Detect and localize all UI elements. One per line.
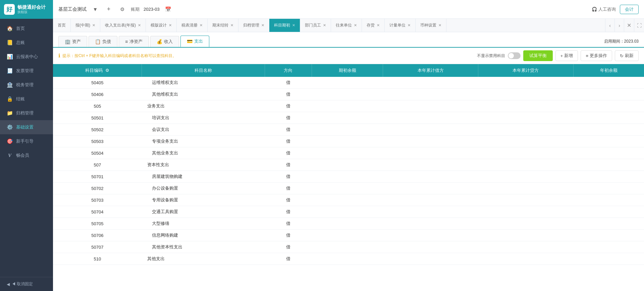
table-row[interactable]: 50705大型修缮借 bbox=[53, 218, 644, 230]
cell-direction: 借 bbox=[265, 100, 312, 112]
tab-close-icon[interactable]: ✕ bbox=[408, 23, 411, 28]
tab-close-icon[interactable]: ✕ bbox=[292, 23, 295, 28]
table-row[interactable]: 505业务支出借 bbox=[53, 100, 644, 112]
table-row[interactable]: 50406其他维权支出借 bbox=[53, 89, 644, 100]
sidebar-item-member[interactable]: V 畅会员 bbox=[0, 148, 53, 162]
cell-ytd-credit bbox=[478, 194, 574, 206]
col-opening: 期初余额 bbox=[312, 64, 383, 77]
cell-ytd-debit bbox=[383, 89, 478, 100]
sub-tab-income[interactable]: 💰 收入 bbox=[150, 36, 179, 47]
tab-counterparty[interactable]: 往来单位 ✕ bbox=[331, 19, 362, 32]
sub-tab-expense[interactable]: 💳 支出 bbox=[180, 36, 209, 47]
tab-close-icon[interactable]: ✕ bbox=[261, 23, 264, 28]
help-button[interactable]: 🎧 人工咨询 bbox=[592, 6, 616, 12]
table-row[interactable]: 50702办公设备购置借 bbox=[53, 183, 644, 194]
company-name: 基层工会测试 bbox=[58, 6, 87, 12]
tab-close-icon[interactable]: ✕ bbox=[92, 23, 95, 28]
sub-tab-liability[interactable]: 📋 负债 bbox=[89, 36, 117, 47]
table-row[interactable]: 507资本性支出借 bbox=[53, 159, 644, 171]
refresh-button[interactable]: ↻ 刷新 bbox=[615, 50, 639, 61]
table-row[interactable]: 50707其他资本性支出借 bbox=[53, 241, 644, 253]
cell-beginning bbox=[573, 100, 644, 112]
tab-period-close[interactable]: 期末结转 ✕ bbox=[208, 19, 238, 32]
cell-code: 50405 bbox=[53, 77, 142, 89]
new-button[interactable]: + 新增 bbox=[555, 50, 578, 61]
add-tab-button[interactable]: + bbox=[104, 5, 113, 14]
tab-archive[interactable]: 归档管理 ✕ bbox=[238, 19, 269, 32]
tab-close-icon[interactable]: ✕ bbox=[377, 23, 380, 28]
invoice-icon: 🧾 bbox=[7, 68, 13, 74]
sidebar-item-settings[interactable]: ⚙️ 基础设置 bbox=[0, 120, 53, 134]
content-area: 🏢 资产 📋 负债 ≡ 净资产 💰 收入 💳 支出 启用期间：2023.03 bbox=[53, 32, 644, 291]
cell-ytd-credit bbox=[478, 147, 574, 159]
table-row[interactable]: 50501培训支出借 bbox=[53, 112, 644, 124]
tab-close-all-button[interactable]: ✕ bbox=[624, 19, 634, 32]
sidebar-item-archive[interactable]: 📁 归档管理 bbox=[0, 106, 53, 120]
cell-ytd-credit bbox=[478, 171, 574, 183]
disable-toggle[interactable] bbox=[508, 52, 521, 59]
gear-icon[interactable]: ⚙ bbox=[105, 68, 109, 73]
sidebar-item-ledger[interactable]: 📒 总账 bbox=[0, 36, 53, 50]
tab-home[interactable]: 首页 bbox=[53, 19, 71, 32]
tab-close-icon[interactable]: ✕ bbox=[169, 23, 172, 28]
tab-expand-button[interactable]: ⛶ bbox=[634, 19, 644, 32]
sidebar-item-home[interactable]: 🏠 首页 bbox=[0, 21, 53, 36]
tab-unit[interactable]: 计量单位 ✕ bbox=[385, 19, 416, 32]
tab-scroll-left-button[interactable]: ‹ bbox=[605, 19, 614, 32]
tab-tax[interactable]: 税表清册 ✕ bbox=[177, 19, 208, 32]
sidebar-item-reports[interactable]: 📊 云报表中心 bbox=[0, 50, 53, 64]
calendar-icon[interactable]: 📅 bbox=[164, 5, 173, 14]
cell-ytd-credit bbox=[478, 206, 574, 218]
table-row[interactable]: 50701房屋建筑物购建借 bbox=[53, 171, 644, 183]
sidebar-item-invoice[interactable]: 🧾 发票管理 bbox=[0, 64, 53, 78]
settings-gear-button[interactable]: ⚙ bbox=[117, 5, 127, 14]
sub-tab-asset[interactable]: 🏢 资产 bbox=[58, 36, 87, 47]
account-button[interactable]: 会计 bbox=[620, 5, 639, 14]
sidebar-pin-toggle[interactable]: ◀ ◀ 取消固定 bbox=[0, 277, 53, 291]
cell-name: 其他业务支出 bbox=[142, 147, 265, 159]
sidebar-nav: 🏠 首页 📒 总账 📊 云报表中心 🧾 发票管理 🏦 税务管理 🔒 结账 📁 归… bbox=[0, 19, 53, 277]
tab-currency[interactable]: 币种设置 ✕ bbox=[416, 19, 446, 32]
tab-scroll-right-button[interactable]: › bbox=[614, 19, 624, 32]
tab-template[interactable]: 模版设计 ✕ bbox=[146, 19, 177, 32]
table-row[interactable]: 50703专用设备购置借 bbox=[53, 194, 644, 206]
tab-close-icon[interactable]: ✕ bbox=[354, 23, 357, 28]
tab-income-annual[interactable]: 收入支出表(年报) ✕ bbox=[100, 19, 146, 32]
table-row[interactable]: 50502会议支出借 bbox=[53, 124, 644, 136]
sub-tab-net-asset[interactable]: ≡ 净资产 bbox=[119, 36, 149, 47]
tab-close-icon[interactable]: ✕ bbox=[230, 23, 233, 28]
cell-code: 50706 bbox=[53, 230, 142, 241]
table-row[interactable]: 50704交通工具购置借 bbox=[53, 206, 644, 218]
tab-close-icon[interactable]: ✕ bbox=[200, 23, 203, 28]
tab-close-icon[interactable]: ✕ bbox=[323, 23, 326, 28]
table-row[interactable]: 50503专项业务支出借 bbox=[53, 136, 644, 147]
cell-name: 培训支出 bbox=[142, 112, 265, 124]
sidebar-logo: 好 畅捷通好会计 旗舰版 bbox=[0, 0, 53, 19]
table-row[interactable]: 510其他支出借 bbox=[53, 253, 644, 265]
table-row[interactable]: 50706信息网络购建借 bbox=[53, 230, 644, 241]
hint-text: 提示：按Ctrl + F键并输入科目编码或者科目名称可以查找科目。 bbox=[62, 53, 176, 59]
tab-close-icon[interactable]: ✕ bbox=[438, 23, 441, 28]
sidebar-item-tax[interactable]: 🏦 税务管理 bbox=[0, 78, 53, 92]
table-row[interactable]: 50504其他业务支出借 bbox=[53, 147, 644, 159]
cell-direction: 借 bbox=[265, 159, 312, 171]
cell-beginning bbox=[573, 136, 644, 147]
net-asset-icon: ≡ bbox=[125, 39, 128, 44]
cell-ytd-debit bbox=[383, 241, 478, 253]
cell-opening bbox=[312, 253, 383, 265]
balance-button[interactable]: 试算平衡 bbox=[523, 50, 553, 61]
tab-close-icon[interactable]: ✕ bbox=[138, 23, 141, 28]
table-row[interactable]: 50405运维维权支出借 bbox=[53, 77, 644, 89]
dropdown-icon[interactable]: ▼ bbox=[91, 5, 100, 14]
tab-subject-init[interactable]: 科目期初 ✕ bbox=[269, 19, 300, 32]
sidebar-item-close[interactable]: 🔒 结账 bbox=[0, 92, 53, 106]
sidebar-item-guide[interactable]: 🎯 新手引导 bbox=[0, 134, 53, 148]
tab-report-mid[interactable]: 报(中期) ✕ bbox=[71, 19, 100, 32]
tab-dept[interactable]: 部门员工 ✕ bbox=[300, 19, 331, 32]
more-actions-button[interactable]: ≡ 更多操作 bbox=[581, 50, 612, 61]
cell-code: 50701 bbox=[53, 171, 142, 183]
sub-tabbar: 🏢 资产 📋 负债 ≡ 净资产 💰 收入 💳 支出 启用期间：2023.03 bbox=[53, 32, 644, 47]
tab-label: 报(中期) bbox=[75, 22, 90, 28]
cell-code: 505 bbox=[53, 100, 142, 112]
tab-inventory[interactable]: 存货 ✕ bbox=[362, 19, 385, 32]
